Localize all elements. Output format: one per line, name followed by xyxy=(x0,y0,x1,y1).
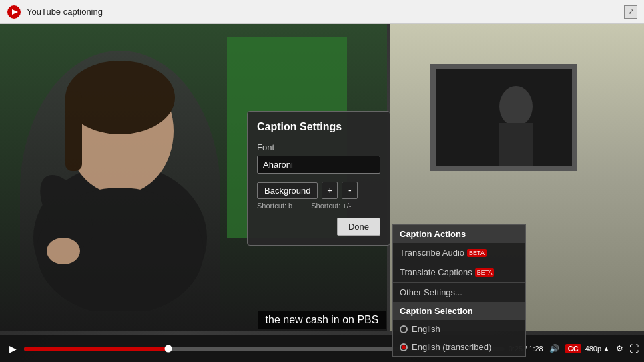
tv-content xyxy=(436,69,572,166)
page-title: YouTube captioning xyxy=(27,7,103,17)
font-input[interactable] xyxy=(257,156,380,174)
translate-label: Translate Captions xyxy=(400,267,472,277)
caption-actions-header: Caption Actions xyxy=(393,225,525,243)
fullscreen-button[interactable]: ⛶ xyxy=(629,343,639,354)
svg-rect-5 xyxy=(65,91,82,171)
font-size-decrease-button[interactable]: - xyxy=(342,182,358,199)
svg-point-11 xyxy=(499,86,533,126)
video-area: the new cash in on PBS Caption Settings … xyxy=(0,24,644,362)
other-settings-label: Other Settings... xyxy=(400,287,462,297)
transcribe-beta-badge: BETA xyxy=(467,249,487,257)
caption-option-english[interactable]: English xyxy=(393,320,525,338)
shortcut-plusminus: Shortcut: +/- xyxy=(311,202,351,210)
quality-button[interactable]: 480p ▲ xyxy=(585,345,610,353)
volume-icon[interactable]: 🔊 xyxy=(547,344,561,353)
dialog-title: Caption Settings xyxy=(257,121,380,133)
shortcut-row: Shortcut: b Shortcut: +/- xyxy=(257,202,380,210)
font-size-increase-button[interactable]: + xyxy=(322,182,338,199)
settings-icon[interactable]: ⚙ xyxy=(614,344,625,353)
progress-handle xyxy=(164,345,172,353)
play-button[interactable]: ▶ xyxy=(5,341,20,356)
translate-beta-badge: BETA xyxy=(475,268,495,277)
radio-english-transcribed xyxy=(400,343,408,351)
translate-captions-item[interactable]: Translate Captions BETA xyxy=(393,262,525,282)
expand-button[interactable]: ⤢ xyxy=(624,5,637,19)
caption-actions-dropdown: Caption Actions Transcribe Audio BETA Tr… xyxy=(392,224,526,357)
done-row: Done xyxy=(257,218,380,236)
caption-option-english-transcribed[interactable]: English (transcribed) xyxy=(393,338,525,356)
english-label: English xyxy=(412,324,440,334)
caption-overlay: the new cash in on PBS xyxy=(258,311,387,329)
background-button[interactable]: Background xyxy=(257,182,318,199)
background-row: Background + - xyxy=(257,182,380,199)
quality-label: 480p xyxy=(585,345,601,353)
other-settings-item[interactable]: Other Settings... xyxy=(393,282,525,302)
app-icon xyxy=(7,5,21,19)
video-controls: ▶ 0:25 / 1:28 🔊 CC 480p ▲ ⚙ ⛶ xyxy=(0,335,644,362)
title-bar: YouTube captioning ⤢ xyxy=(0,0,644,24)
progress-fill xyxy=(24,347,168,351)
svg-rect-12 xyxy=(499,123,533,166)
radio-english xyxy=(400,325,408,333)
caption-selection-header: Caption Selection xyxy=(393,302,525,320)
transcribe-label: Transcribe Audio xyxy=(400,248,464,258)
person-svg xyxy=(13,24,227,311)
english-transcribed-label: English (transcribed) xyxy=(412,342,491,352)
transcribe-audio-item[interactable]: Transcribe Audio BETA xyxy=(393,243,525,262)
done-button[interactable]: Done xyxy=(337,218,380,236)
shortcut-b: Shortcut: b xyxy=(257,202,292,210)
cc-button[interactable]: CC xyxy=(565,344,581,353)
caption-settings-dialog: Caption Settings Font Background + - Sho… xyxy=(247,111,390,246)
tv-screen xyxy=(430,64,577,171)
svg-point-9 xyxy=(47,238,80,264)
caption-text: the new cash in on PBS xyxy=(266,314,379,325)
font-label: Font xyxy=(257,142,380,152)
quality-arrow: ▲ xyxy=(603,345,610,353)
tv-screen-inner xyxy=(436,69,572,166)
